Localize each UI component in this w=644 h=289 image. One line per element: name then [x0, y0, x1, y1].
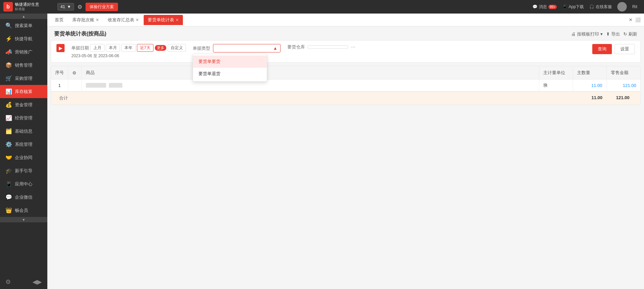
sales-icon: 📦 [5, 62, 12, 68]
product-placeholder-2 [109, 83, 122, 88]
guide-icon: 🎓 [5, 168, 12, 174]
page-content: 要货单统计表(按商品) 🖨 按模板打印 ▾ ⬆ 导出 ↻ 刷新 [47, 26, 644, 289]
logo-icon: b [3, 2, 13, 12]
sidebar-item-marketing[interactable]: 📣 营销推广 [0, 45, 47, 59]
message-badge: 99+ [548, 5, 557, 9]
date-btn-last-month[interactable]: 上月 [90, 44, 104, 52]
trial-button[interactable]: 体验行业方案 [86, 3, 118, 11]
sidebar-item-quick-nav[interactable]: ⚡ 快捷导航 [0, 32, 47, 45]
date-btn-7days[interactable]: 近7天 [137, 44, 153, 52]
sidebar-item-guide[interactable]: 🎓 新手引导 [0, 164, 47, 177]
date-filter-group: 单据日期 上月 本月 本年 近7天 更多 自定义 2023-05-06 至 20… [71, 44, 186, 59]
sidebar-item-finance-label: 资金管理 [15, 102, 32, 108]
quick-nav-icon: ⚡ [5, 36, 12, 42]
store-selector[interactable]: 41 ▼ [57, 3, 74, 10]
sidebar-item-search[interactable]: 🔍 搜索菜单 [0, 19, 47, 32]
avatar[interactable] [617, 2, 627, 12]
sidebar-item-inventory[interactable]: 📊 库存核算 [0, 85, 47, 98]
col-header-amount: 零售金额 [606, 66, 640, 80]
sidebar-item-wechat[interactable]: 💬 企业微信 [0, 191, 47, 204]
tab-receipt-summary-label: 收发存汇总表 [108, 17, 134, 23]
sidebar-scroll-up[interactable]: ▲ [0, 14, 47, 19]
col-header-product: 商品 [82, 66, 539, 80]
tab-order-stats-close[interactable]: ✕ [175, 18, 179, 22]
tab-receipt-summary[interactable]: 收发存汇总表 ✕ [104, 15, 143, 25]
footer-label: 合计 [55, 95, 119, 101]
sidebar-collapse-icon[interactable]: ◀▶ [32, 278, 42, 286]
settings-button[interactable]: 设置 [615, 44, 635, 54]
cell-row-settings[interactable] [68, 80, 82, 91]
search-icon: 🔍 [5, 22, 12, 29]
user-name: Rit [632, 4, 637, 9]
sidebar-item-system[interactable]: ⚙️ 系统管理 [0, 138, 47, 151]
sidebar-item-purchase[interactable]: 🛒 采购管理 [0, 72, 47, 85]
enterprise-icon: 🤝 [5, 154, 12, 161]
table-row: 1 块 11.00 [51, 80, 640, 91]
tab-inventory-batch-close[interactable]: ✕ [96, 18, 99, 22]
table-footer: 合计 11.00 121.00 [51, 91, 640, 105]
phone-icon: 📱 [562, 4, 567, 9]
print-icon: 🖨 [571, 31, 576, 37]
sidebar-item-operation[interactable]: 📈 经营管理 [0, 111, 47, 125]
sidebar-settings-icon[interactable]: ⚙ [5, 278, 11, 286]
export-btn[interactable]: ⬆ 导出 [606, 31, 620, 37]
online-service-item[interactable]: 🎧 在线客服 [589, 4, 612, 10]
tab-order-stats[interactable]: 要货单统计表 ✕ [144, 15, 183, 25]
sidebar-item-search-label: 搜索菜单 [15, 23, 32, 29]
refresh-label: 刷新 [628, 31, 637, 37]
wechat-icon: 💬 [5, 194, 12, 200]
date-btn-this-year[interactable]: 本年 [121, 44, 136, 52]
warehouse-filter-input[interactable] [308, 45, 348, 49]
app-sub: 标准版 [15, 7, 39, 12]
message-icon: 💬 [532, 4, 538, 9]
warehouse-filter-label: 要货仓库 [287, 44, 305, 50]
tab-receipt-summary-close[interactable]: ✕ [136, 18, 139, 22]
header-middle: 41 ▼ ⚙ 体验行业方案 [51, 3, 532, 11]
warehouse-filter-group: 要货仓库 ··· [287, 44, 355, 50]
header-settings-icon[interactable]: ⚙ [77, 4, 82, 10]
col-header-settings[interactable]: ⚙ [68, 66, 82, 80]
message-item[interactable]: 💬 消息 99+ [532, 4, 557, 10]
table-container: 序号 ⚙ 商品 主计量单位 主数量 零售金额 [51, 66, 641, 105]
type-dropdown-item-return[interactable]: 要货单退货 [193, 68, 267, 80]
table-settings-icon[interactable]: ⚙ [72, 70, 76, 75]
warehouse-more-icon[interactable]: ··· [351, 44, 355, 50]
sidebar-footer: ⚙ ◀▶ [0, 275, 47, 289]
print-btn[interactable]: 🖨 按模板打印 ▾ [571, 31, 603, 37]
tab-bar: 首页 库存批次账 ✕ 收发存汇总表 ✕ 要货单统计表 ✕ ✕ ⬜ [47, 14, 644, 26]
sidebar-item-basic[interactable]: 🗂️ 基础信息 [0, 125, 47, 138]
footer-quantity: 11.00 [582, 95, 609, 101]
type-dropdown-item-order[interactable]: 要货单要货 [193, 55, 267, 68]
col-header-quantity: 主数量 [573, 66, 606, 80]
tab-expand-icon[interactable]: ⬜ [635, 17, 641, 22]
marketing-icon: 📣 [5, 49, 12, 55]
sidebar: ▲ 🔍 搜索菜单 ⚡ 快捷导航 📣 营销推广 📦 销售管理 🛒 采购管理 📊 库… [0, 14, 47, 289]
app-download-label: App下载 [569, 4, 584, 10]
type-filter-select[interactable]: ▲ [213, 44, 281, 52]
sidebar-item-vip[interactable]: 👑 畅会员 [0, 204, 47, 217]
date-custom-btn[interactable]: 自定义 [168, 44, 186, 52]
date-quick-btns: 单据日期 上月 本月 本年 近7天 更多 自定义 [71, 44, 186, 52]
app-download-item[interactable]: 📱 App下载 [562, 4, 584, 10]
sidebar-item-enterprise[interactable]: 🤝 企业协同 [0, 151, 47, 164]
tab-close-all-icon[interactable]: ✕ [629, 17, 633, 22]
header-right: 💬 消息 99+ 📱 App下载 🎧 在线客服 Rit [532, 2, 641, 12]
refresh-btn[interactable]: ↻ 刷新 [623, 31, 637, 37]
sidebar-item-finance[interactable]: 💰 资金管理 [0, 98, 47, 111]
app-name: 畅捷通好生意 [15, 2, 39, 7]
sidebar-item-wechat-label: 企业微信 [15, 194, 32, 200]
date-more-btn[interactable]: 更多 [155, 45, 166, 51]
tab-inventory-batch[interactable]: 库存批次账 ✕ [68, 15, 103, 25]
sidebar-scroll-down[interactable]: ▼ [0, 217, 47, 222]
tab-home[interactable]: 首页 [51, 15, 68, 25]
sidebar-item-sales[interactable]: 📦 销售管理 [0, 59, 47, 72]
sidebar-item-app-center[interactable]: 📱 应用中心 [0, 177, 47, 191]
query-button[interactable]: 查询 [592, 44, 612, 54]
date-btn-this-month[interactable]: 本月 [106, 44, 120, 52]
tab-home-label: 首页 [55, 17, 64, 23]
filter-expand-btn[interactable]: ▶ [56, 44, 65, 52]
sidebar-item-quick-nav-label: 快捷导航 [15, 36, 32, 42]
cell-num: 1 [51, 80, 68, 91]
sidebar-item-inventory-label: 库存核算 [15, 89, 32, 95]
table-header-row: 序号 ⚙ 商品 主计量单位 主数量 零售金额 [51, 66, 640, 80]
